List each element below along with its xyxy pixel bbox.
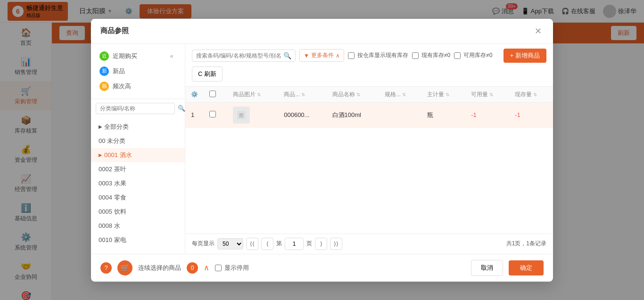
right-panel: 🔍 ▼ 更多条件 ∧ 按仓库显示现有库存 现有库存≠0 (185, 44, 553, 254)
cat-label: 0004 零食 (99, 193, 126, 202)
gear-icon[interactable]: ⚙️ (191, 91, 198, 98)
cart-icon[interactable]: 🛒 (117, 260, 132, 275)
row-checkbox[interactable] (209, 111, 216, 117)
table-col-available: 可用量 ⇅ (465, 87, 509, 103)
quick-link-new[interactable]: 新 新品 (96, 64, 180, 79)
quick-link-recent[interactable]: 近 近期购买 « (96, 49, 180, 64)
unit-col-label: 主计量 (427, 91, 444, 99)
new-label: 新品 (113, 67, 125, 75)
sort-icon: ⇅ (402, 92, 406, 97)
row-spec (379, 102, 421, 127)
available-label: 可用库存≠0 (463, 51, 492, 59)
continuous-label: 连续选择的商品 (138, 264, 181, 272)
cat-item-fruit[interactable]: 0003 水果 (91, 176, 185, 191)
category-search-icon[interactable]: 🔍 (178, 105, 185, 112)
available-col-label: 可用量 (471, 91, 488, 99)
cat-item-drinks[interactable]: 0005 饮料 (91, 205, 185, 219)
toolbar: 🔍 ▼ 更多条件 ∧ 按仓库显示现有库存 现有库存≠0 (185, 44, 553, 87)
img-col-header[interactable]: 商品图片 ⇅ (233, 91, 273, 99)
row-unit: 瓶 (421, 102, 465, 127)
modal-overlay: 商品参照 ✕ 近 近期购买 « 新 新品 频 (0, 0, 644, 300)
prev-page-button[interactable]: ⟨ (261, 238, 273, 250)
quick-links: 近 近期购买 « 新 新品 频 频次高 (91, 49, 185, 99)
modal-title: 商品参照 (100, 26, 129, 35)
table-col-img: 商品图片 ⇅ (227, 87, 279, 103)
svg-text:图: 图 (239, 113, 244, 118)
filter-label: 更多条件 (311, 51, 334, 59)
product-search-input[interactable] (196, 52, 283, 59)
freq-label: 频次高 (113, 82, 131, 91)
filter-button[interactable]: ▼ 更多条件 ∧ (299, 49, 344, 62)
available-checkbox[interactable] (454, 52, 461, 59)
code-col-header[interactable]: 商品... ⇅ (284, 91, 321, 99)
product-image: 图 (233, 107, 250, 124)
row-available: -1 (465, 102, 509, 127)
show-disabled-group: 显示停用 (215, 264, 249, 272)
table-col-stock: 现存量 ⇅ (509, 87, 553, 103)
modal-body: 近 近期购买 « 新 新品 频 频次高 🔍 (91, 44, 553, 254)
expand-icon: ▶ (99, 124, 102, 129)
table-col-spec: 规格... ⇅ (379, 87, 421, 103)
name-col-header[interactable]: 商品名称 ⇅ (332, 91, 374, 99)
page-total: 共1页，1条记录 (506, 240, 546, 248)
stock-checkbox-group: 现有库存≠0 (412, 51, 450, 59)
cat-item-all[interactable]: ▶ 全部分类 (91, 120, 185, 134)
table-col-unit: 主计量 ⇅ (421, 87, 465, 103)
cancel-button[interactable]: 取消 (471, 260, 503, 276)
sort-icon: ⇅ (533, 92, 537, 97)
new-icon: 新 (99, 67, 109, 76)
table-col-name: 商品名称 ⇅ (327, 87, 380, 103)
product-table-area: ⚙️ 商品图片 ⇅ (185, 87, 553, 233)
sort-icon: ⇅ (489, 92, 493, 97)
cat-item-tea[interactable]: 0002 茶叶 (91, 162, 185, 176)
selection-count-badge: 0 (187, 262, 198, 274)
page-suffix-label: 页 (306, 240, 312, 248)
show-disabled-label: 显示停用 (224, 264, 249, 272)
img-col-label: 商品图片 (233, 91, 256, 99)
collapse-icon[interactable]: « (167, 51, 176, 61)
name-col-label: 商品名称 (332, 91, 355, 99)
modal-header: 商品参照 ✕ (91, 19, 553, 44)
stock-checkbox[interactable] (412, 52, 419, 59)
page-size-select[interactable]: 50 10 20 100 (217, 238, 243, 250)
unit-col-header[interactable]: 主计量 ⇅ (427, 91, 460, 99)
quick-link-freq[interactable]: 频 频次高 (96, 79, 180, 94)
select-all-checkbox[interactable] (209, 91, 216, 97)
stock-label: 现有库存≠0 (421, 51, 450, 59)
cat-item-appliances[interactable]: 0010 家电 (91, 233, 185, 247)
confirm-button[interactable]: 确定 (509, 260, 544, 275)
stock-col-label: 现存量 (515, 91, 532, 99)
available-col-header[interactable]: 可用量 ⇅ (471, 91, 504, 99)
help-icon[interactable]: ? (100, 262, 112, 274)
page-size-label: 每页显示 (192, 240, 215, 248)
cat-item-snack[interactable]: 0004 零食 (91, 191, 185, 205)
collapse-icon[interactable]: ∧ (204, 263, 209, 272)
cat-item-uncategorized[interactable]: 00 未分类 (91, 134, 185, 148)
sort-icon: ⇅ (257, 92, 261, 97)
page-number-input[interactable] (285, 238, 304, 250)
freq-icon: 频 (99, 82, 109, 91)
page-prefix-label: 第 (276, 240, 282, 248)
row-img: 图 (227, 102, 279, 127)
close-icon[interactable]: ✕ (532, 25, 544, 37)
product-table: ⚙️ 商品图片 ⇅ (185, 87, 553, 128)
row-code: 000600... (278, 102, 326, 127)
category-search-input[interactable] (96, 103, 175, 114)
refresh-button[interactable]: C 刷新 (192, 67, 223, 82)
last-page-button[interactable]: ⟩⟩ (330, 238, 342, 250)
show-disabled-checkbox[interactable] (215, 265, 222, 271)
cat-item-water[interactable]: 0008 水 (91, 219, 185, 233)
available-checkbox-group: 可用库存≠0 (454, 51, 492, 59)
stock-col-header[interactable]: 现存量 ⇅ (515, 91, 547, 99)
spec-col-header[interactable]: 规格... ⇅ (385, 91, 416, 99)
next-page-button[interactable]: ⟩ (315, 238, 327, 250)
search-icon[interactable]: 🔍 (283, 52, 291, 59)
add-product-button[interactable]: + 新增商品 (504, 49, 546, 63)
table-col-code: 商品... ⇅ (278, 87, 326, 103)
first-page-button[interactable]: ⟨⟨ (246, 238, 258, 250)
table-row[interactable]: 1 图 000600... 白酒100ml (185, 102, 553, 127)
modal-footer: ? 🛒 连续选择的商品 0 ∧ 显示停用 取消 确定 (91, 254, 553, 282)
cat-item-liquor[interactable]: ▶ 0001 酒水 (91, 148, 185, 162)
warehouse-checkbox[interactable] (348, 52, 355, 59)
cat-label: 0002 茶叶 (99, 165, 126, 174)
